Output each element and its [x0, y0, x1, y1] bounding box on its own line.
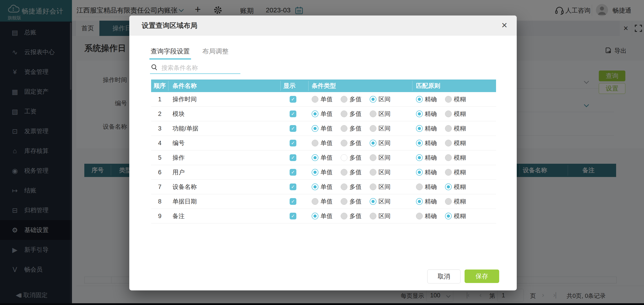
- radio-exact[interactable]: 精确: [416, 124, 437, 132]
- radio-label: 多值: [350, 124, 362, 132]
- radio-label: 精确: [425, 110, 437, 118]
- display-checkbox[interactable]: ✓: [290, 198, 296, 205]
- radio-multi-value[interactable]: 多值: [341, 110, 362, 118]
- condition-name: 功能/单据: [168, 124, 281, 132]
- radio-circle: [370, 154, 376, 161]
- radio-single-value[interactable]: 单值: [312, 168, 332, 176]
- radio-range[interactable]: 区间: [370, 183, 390, 191]
- radio-single-value[interactable]: 单值: [312, 124, 332, 132]
- condition-type-cell: 单值多值区间: [308, 197, 412, 206]
- radio-label: 精确: [425, 139, 437, 147]
- radio-dot: [418, 127, 421, 130]
- radio-label: 模糊: [454, 154, 466, 162]
- radio-circle: [370, 110, 376, 117]
- radio-range[interactable]: 区间: [370, 124, 390, 132]
- row-order: 3: [151, 125, 168, 132]
- radio-dot: [314, 215, 316, 218]
- match-rule-cell: 精确模糊: [412, 95, 496, 103]
- close-icon[interactable]: ×: [502, 15, 507, 36]
- radio-range[interactable]: 区间: [370, 95, 390, 103]
- match-rule-cell: 精确模糊: [412, 154, 496, 162]
- radio-exact[interactable]: 精确: [416, 183, 437, 191]
- display-checkbox[interactable]: ✓: [290, 125, 296, 132]
- radio-range[interactable]: 区间: [370, 197, 390, 206]
- radio-fuzzy[interactable]: 模糊: [445, 183, 466, 191]
- radio-fuzzy[interactable]: 模糊: [445, 212, 466, 220]
- radio-fuzzy[interactable]: 模糊: [445, 168, 466, 176]
- radio-range[interactable]: 区间: [370, 168, 390, 176]
- radio-single-value[interactable]: 单值: [312, 183, 332, 191]
- modal-tab-1[interactable]: 布局调整: [202, 47, 228, 59]
- radio-circle: [416, 198, 423, 205]
- radio-fuzzy[interactable]: 模糊: [445, 154, 466, 162]
- radio-single-value[interactable]: 单值: [312, 110, 332, 118]
- condition-type-cell: 单值多值区间: [308, 110, 412, 118]
- radio-single-value[interactable]: 单值: [312, 139, 332, 147]
- radio-multi-value[interactable]: 多值: [341, 168, 362, 176]
- display-checkbox[interactable]: ✓: [290, 169, 296, 176]
- cancel-button[interactable]: 取消: [427, 270, 460, 284]
- radio-fuzzy[interactable]: 模糊: [445, 197, 466, 206]
- radio-dot: [314, 112, 316, 115]
- match-rule-cell: 精确模糊: [412, 110, 496, 118]
- radio-circle: [445, 213, 452, 219]
- radio-single-value[interactable]: 单值: [312, 154, 332, 162]
- radio-circle: [445, 140, 452, 146]
- radio-circle: [370, 184, 376, 190]
- radio-fuzzy[interactable]: 模糊: [445, 110, 466, 118]
- condition-name: 设备名称: [168, 183, 281, 191]
- radio-multi-value[interactable]: 多值: [341, 154, 362, 162]
- radio-range[interactable]: 区间: [370, 139, 390, 147]
- radio-multi-value[interactable]: 多值: [341, 212, 362, 220]
- radio-fuzzy[interactable]: 模糊: [445, 124, 466, 132]
- save-button[interactable]: 保存: [464, 270, 499, 283]
- search-input[interactable]: [161, 64, 252, 72]
- radio-fuzzy[interactable]: 模糊: [445, 139, 466, 147]
- radio-single-value[interactable]: 单值: [312, 197, 332, 206]
- radio-range[interactable]: 区间: [370, 212, 390, 220]
- radio-multi-value[interactable]: 多值: [341, 95, 362, 103]
- radio-dot: [447, 215, 450, 218]
- condition-row: 5操作✓单值多值区间精确模糊: [151, 150, 496, 165]
- condition-name: 操作: [168, 154, 281, 162]
- display-checkbox[interactable]: ✓: [290, 184, 296, 190]
- display-checkbox[interactable]: ✓: [290, 110, 296, 117]
- display-checkbox[interactable]: ✓: [290, 96, 296, 103]
- radio-circle: [312, 110, 318, 117]
- display-checkbox[interactable]: ✓: [290, 213, 296, 219]
- display-checkbox[interactable]: ✓: [290, 140, 296, 146]
- radio-circle: [341, 140, 348, 146]
- radio-multi-value[interactable]: 多值: [341, 139, 362, 147]
- radio-single-value[interactable]: 单值: [312, 212, 332, 220]
- radio-exact[interactable]: 精确: [416, 95, 437, 103]
- radio-multi-value[interactable]: 多值: [341, 124, 362, 132]
- radio-range[interactable]: 区间: [370, 110, 390, 118]
- radio-circle: [312, 198, 318, 205]
- radio-label: 单值: [320, 168, 332, 176]
- radio-label: 区间: [378, 110, 390, 118]
- radio-circle: [416, 96, 423, 103]
- radio-exact[interactable]: 精确: [416, 212, 437, 220]
- radio-single-value[interactable]: 单值: [312, 95, 332, 103]
- radio-exact[interactable]: 精确: [416, 154, 437, 162]
- condition-type-cell: 单值多值区间: [308, 212, 412, 220]
- radio-fuzzy[interactable]: 模糊: [445, 95, 466, 103]
- row-order: 2: [151, 110, 168, 117]
- radio-exact[interactable]: 精确: [416, 168, 437, 176]
- display-cell: ✓: [281, 140, 308, 146]
- display-cell: ✓: [281, 96, 308, 103]
- radio-range[interactable]: 区间: [370, 154, 390, 162]
- col-cond-type: 条件类型: [308, 81, 412, 91]
- modal-title: 设置查询区域布局: [142, 15, 198, 36]
- row-order: 4: [151, 140, 168, 147]
- radio-multi-value[interactable]: 多值: [341, 197, 362, 206]
- radio-label: 模糊: [454, 168, 466, 176]
- radio-exact[interactable]: 精确: [416, 197, 437, 206]
- modal-tab-0[interactable]: 查询字段设置: [151, 47, 190, 59]
- radio-multi-value[interactable]: 多值: [341, 183, 362, 191]
- display-checkbox[interactable]: ✓: [290, 154, 296, 161]
- condition-type-cell: 单值多值区间: [308, 183, 412, 191]
- radio-exact[interactable]: 精确: [416, 139, 437, 147]
- display-cell: ✓: [281, 169, 308, 176]
- radio-exact[interactable]: 精确: [416, 110, 437, 118]
